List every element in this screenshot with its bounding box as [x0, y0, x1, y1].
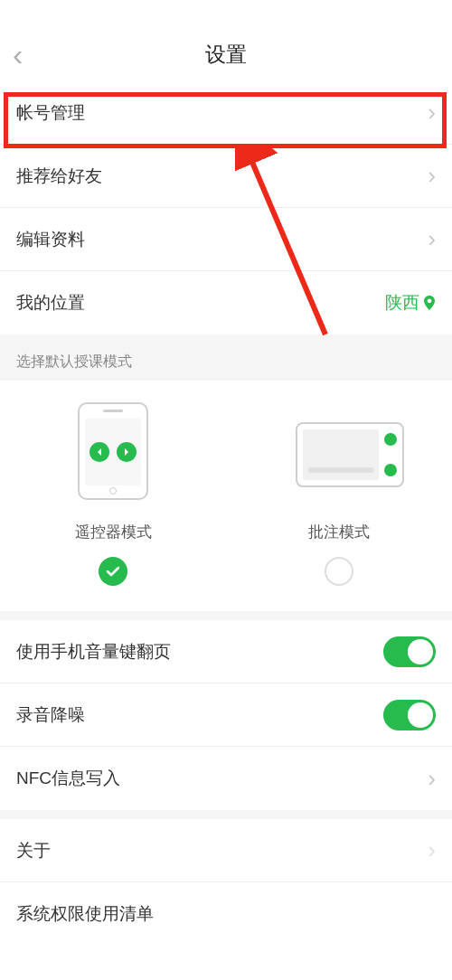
row-nfc[interactable]: NFC信息写入 › — [0, 747, 452, 810]
page-title: 设置 — [0, 41, 452, 69]
tablet-up-icon — [384, 433, 397, 446]
row-label: NFC信息写入 — [16, 767, 120, 790]
chevron-right-icon: › — [428, 99, 436, 127]
tablet-down-icon — [384, 464, 397, 476]
tablet-icon — [296, 422, 404, 487]
row-label: 推荐给好友 — [16, 165, 102, 188]
row-label: 帐号管理 — [16, 101, 85, 125]
row-permissions[interactable]: 系统权限使用清单 — [0, 882, 452, 946]
mode-name: 遥控器模式 — [75, 522, 152, 542]
chevron-right-icon: › — [428, 225, 436, 253]
location-value: 陕西 — [385, 291, 419, 315]
radio-selected-icon[interactable] — [99, 557, 127, 586]
mode-section-label: 选择默认授课模式 — [0, 335, 452, 381]
mode-remote[interactable]: 遥控器模式 — [0, 402, 226, 586]
toggle-volume-flip[interactable] — [383, 636, 436, 667]
radio-unselected-icon[interactable] — [325, 557, 353, 586]
row-volume-flip: 使用手机音量键翻页 — [0, 620, 452, 683]
row-label: 我的位置 — [16, 291, 85, 315]
row-recommend[interactable]: 推荐给好友 › — [0, 145, 452, 208]
location-pin-icon — [423, 296, 436, 310]
row-edit-profile[interactable]: 编辑资料 › — [0, 208, 452, 271]
arrow-left-icon — [89, 442, 109, 462]
row-location[interactable]: 我的位置 陕西 — [0, 271, 452, 335]
row-account[interactable]: 帐号管理 › — [0, 81, 452, 145]
row-noise-reduce: 录音降噪 — [0, 683, 452, 747]
mode-annotate[interactable]: 批注模式 — [226, 402, 452, 586]
chevron-right-icon: › — [428, 765, 436, 793]
phone-icon — [78, 402, 148, 500]
chevron-right-icon: › — [428, 836, 436, 864]
row-label: 系统权限使用清单 — [16, 902, 154, 926]
row-label: 使用手机音量键翻页 — [16, 640, 171, 664]
mode-name: 批注模式 — [308, 522, 370, 542]
row-label: 编辑资料 — [16, 228, 85, 251]
row-about[interactable]: 关于 › — [0, 819, 452, 882]
row-label: 关于 — [16, 839, 51, 862]
chevron-right-icon: › — [428, 162, 436, 190]
toggle-noise-reduce[interactable] — [383, 700, 436, 730]
arrow-right-icon — [117, 442, 137, 462]
row-label: 录音降噪 — [16, 703, 85, 727]
